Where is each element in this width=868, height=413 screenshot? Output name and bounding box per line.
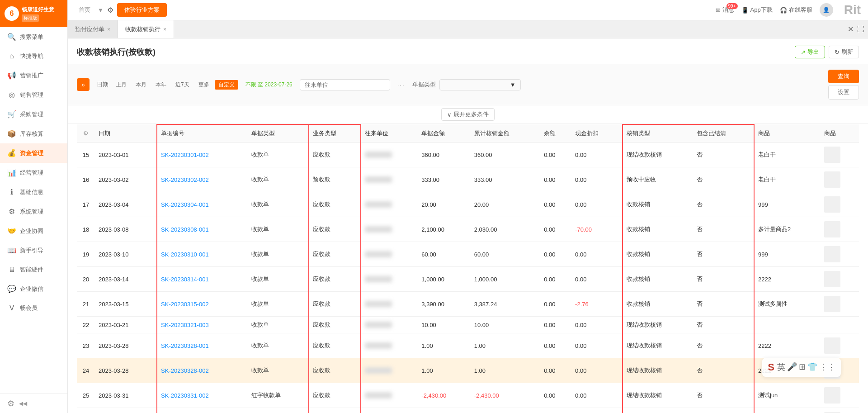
sidebar-item-quick-nav[interactable]: ⌂ 快捷导航 — [0, 47, 67, 66]
sidebar-item-wechat[interactable]: 💬 企业微信 — [0, 279, 67, 299]
row-verify-type: 现结收款核销 — [623, 333, 693, 358]
row-verify-type: 收款核销 — [623, 267, 693, 292]
row-date: 2023-03-10 — [95, 242, 157, 267]
bill-no-link[interactable]: SK-20230321-003 — [161, 322, 209, 328]
row-amount: 20.00 — [418, 192, 470, 217]
solution-button[interactable]: 体验行业方案 — [117, 3, 167, 17]
date-7days[interactable]: 近7天 — [172, 80, 193, 90]
date-last-month[interactable]: 上月 — [112, 80, 130, 90]
bill-no-link[interactable]: SK-20230308-001 — [161, 226, 209, 233]
table-row: 18 2023-03-08 SK-20230308-001 收款单 应收款 2,… — [77, 217, 859, 242]
close-tab-icon[interactable]: ✕ — [848, 25, 854, 33]
row-goods1 — [754, 317, 821, 333]
row-company — [361, 358, 418, 383]
tab-receipt-verify[interactable]: 收款核销执行× — [118, 20, 174, 38]
row-settled: 否 — [693, 408, 754, 413]
sidebar-bottom: ⚙ ◀◀ — [0, 394, 67, 413]
row-biz-type: 应收款 — [309, 192, 361, 217]
watermark-apps-icon: ⋮⋮ — [819, 362, 835, 373]
sidebar-item-hardware[interactable]: 🖥 智能硬件 — [0, 260, 67, 279]
row-discount: 0.00 — [571, 358, 623, 383]
row-goods2 — [821, 317, 859, 333]
sidebar-item-inventory[interactable]: 📦 库存核算 — [0, 124, 67, 143]
tab-close-receipt-verify[interactable]: × — [163, 26, 166, 33]
sidebar-item-finance[interactable]: 💰 资金管理 — [0, 143, 67, 163]
row-settled: 否 — [693, 317, 754, 333]
bill-no-link[interactable]: SK-20230328-002 — [161, 367, 209, 374]
sidebar-item-guide[interactable]: 📖 新手引导 — [0, 241, 67, 260]
bill-no-link[interactable]: SK-20230301-002 — [161, 152, 209, 158]
table-wrapper[interactable]: ⚙ 日期 单据编号 单据类型 业务类型 往来单位 单据金额 累计核销金额 余额 … — [68, 124, 868, 413]
col-settled-header: 包含已结清 — [693, 124, 754, 142]
sidebar-item-operations[interactable]: 📊 经营管理 — [0, 163, 67, 182]
sidebar-item-member[interactable]: V 畅会员 — [0, 299, 67, 318]
row-goods2 — [821, 292, 859, 317]
maximize-icon[interactable]: ⛶ — [857, 25, 864, 33]
row-verify-amount: 333.00 — [471, 167, 540, 192]
row-goods2 — [821, 217, 859, 242]
refresh-icon: ↻ — [835, 49, 840, 56]
online-service-button[interactable]: 🎧 在线客服 — [780, 6, 812, 14]
col-setting[interactable]: ⚙ — [77, 124, 95, 142]
row-balance: 0.00 — [540, 383, 571, 408]
sidebar-item-marketing[interactable]: 📢 营销推广 — [0, 66, 67, 85]
message-icon: ✉ — [716, 7, 721, 14]
topbar-right: ✉ 消息 99+ 📱 App下载 🎧 在线客服 👤 Rit — [716, 3, 861, 17]
row-discount: 0.00 — [571, 167, 623, 192]
app-download-button[interactable]: 📱 App下载 — [741, 6, 773, 14]
sidebar-label-inventory: 库存核算 — [20, 130, 43, 138]
query-button[interactable]: 查询 — [828, 70, 859, 83]
bill-no-link[interactable]: SK-20230302-002 — [161, 176, 209, 183]
topbar: 首页 ▼ ⚙ 体验行业方案 ✉ 消息 99+ 📱 App下载 🎧 在线客服 👤 — [68, 0, 868, 20]
home-breadcrumb[interactable]: 首页 — [75, 4, 94, 16]
export-button[interactable]: ↗ 导出 — [795, 46, 825, 58]
page-title: 收款核销执行(按收款) — [77, 47, 156, 57]
date-this-year[interactable]: 本年 — [152, 80, 170, 90]
sidebar-item-sales[interactable]: ◎ 销售管理 — [0, 85, 67, 104]
watermark-grid-icon: ⊞ — [799, 362, 806, 373]
collapse-icon[interactable]: ◀◀ — [19, 400, 27, 407]
tabs-bar: 预付应付单×收款核销执行× ✕ ⛶ — [68, 20, 868, 38]
sidebar-item-search[interactable]: 🔍 搜索菜单 — [0, 27, 67, 47]
sidebar-item-basic-info[interactable]: ℹ 基础信息 — [0, 182, 67, 202]
bill-no-link[interactable]: SK-20230315-002 — [161, 301, 209, 308]
bill-no-link[interactable]: SK-20230328-001 — [161, 342, 209, 349]
topbar-dropdown[interactable]: ▼ — [98, 7, 104, 14]
bill-no-link[interactable]: SK-20230304-001 — [161, 201, 209, 208]
sidebar-item-purchase[interactable]: 🛒 采购管理 — [0, 104, 67, 124]
date-custom[interactable]: 自定义 — [215, 80, 238, 90]
row-goods2 — [821, 192, 859, 217]
sidebar-item-system[interactable]: ⚙ 系统管理 — [0, 202, 67, 221]
bill-no-link[interactable]: SK-20230331-002 — [161, 392, 209, 399]
row-date: 2023-03-15 — [95, 292, 157, 317]
bill-type-select[interactable]: ▼ — [439, 79, 521, 90]
tab-label-receipt-verify: 收款核销执行 — [125, 25, 160, 33]
row-biz-type: 应收款 — [309, 317, 361, 333]
row-bill-no: SK-20230310-001 — [157, 242, 248, 267]
goods-thumbnail — [824, 296, 840, 312]
settings-icon[interactable]: ⚙ — [7, 399, 14, 408]
message-button[interactable]: ✉ 消息 99+ — [716, 6, 734, 14]
watermark-icon-1: 英 — [777, 362, 785, 373]
sidebar-label-guide: 新手引导 — [20, 247, 43, 255]
bill-no-link[interactable]: SK-20230310-001 — [161, 251, 209, 258]
settings-button[interactable]: 设置 — [828, 85, 859, 100]
sidebar-icon-finance: 💰 — [7, 149, 16, 157]
user-avatar[interactable]: 👤 — [820, 3, 833, 17]
date-more[interactable]: 更多 — [195, 80, 213, 90]
topbar-settings-icon[interactable]: ⚙ — [107, 6, 113, 14]
company-input[interactable] — [300, 79, 390, 90]
refresh-button[interactable]: ↻ 刷新 — [829, 46, 859, 58]
sidebar-icon-member: V — [7, 304, 16, 312]
sidebar-item-enterprise[interactable]: 🤝 企业协同 — [0, 221, 67, 241]
bill-no-link[interactable]: SK-20230314-001 — [161, 276, 209, 283]
tab-close-prepay[interactable]: × — [107, 26, 110, 33]
row-biz-type: 应收款 — [309, 267, 361, 292]
filter-toggle-btn[interactable]: » — [77, 78, 90, 91]
row-amount: 1.00 — [418, 333, 470, 358]
row-num: 20 — [77, 267, 95, 292]
filter-dots: ··· — [397, 81, 405, 88]
date-this-month[interactable]: 本月 — [132, 80, 150, 90]
tab-prepay[interactable]: 预付应付单× — [68, 20, 118, 38]
expand-conditions-btn[interactable]: ∨ 展开更多条件 — [441, 108, 495, 121]
